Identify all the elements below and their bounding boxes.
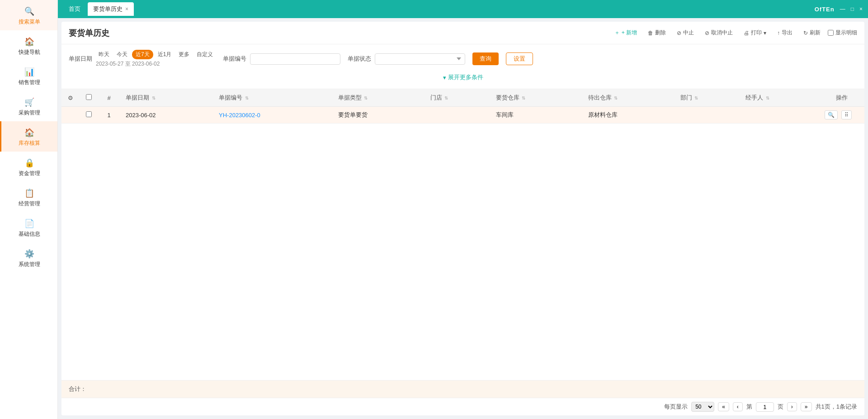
th-bill-type[interactable]: 单据类型 ⇅ (333, 89, 425, 107)
filter-expand-row: ▾ 展开更多条件 (69, 71, 857, 83)
bill-no-input[interactable] (250, 53, 340, 65)
sidebar-item-label: 快捷导航 (19, 48, 40, 56)
add-icon: ＋ (614, 29, 620, 37)
table-settings-icon[interactable]: ⚙ (68, 95, 73, 101)
sidebar-item-sales-mgmt[interactable]: 📊 销售管理 (0, 61, 57, 91)
td-num: 1 (98, 107, 120, 124)
date-btn-7days[interactable]: 近7天 (132, 50, 153, 59)
sidebar-item-search-menu[interactable]: 🔍 搜索菜单 (0, 0, 57, 30)
print-button[interactable]: 🖨 打印 ▾ (740, 27, 770, 38)
td-bill-no: YH-20230602-0 (213, 107, 333, 124)
th-bill-no[interactable]: 单据编号 ⇅ (213, 89, 333, 107)
print-dropdown-icon: ▾ (764, 30, 766, 36)
status-filter: 单据状态 全部 审核中 已审核 已中止 (348, 53, 465, 65)
content-area: 要货单历史 ＋ + 新增 🗑 删除 ⊘ 中止 ⊘ (58, 18, 868, 419)
sidebar-item-label: 库存核算 (19, 139, 40, 147)
th-handler[interactable]: 经手人 ⇅ (740, 89, 819, 107)
quick-nav-icon: 🏠 (24, 37, 34, 47)
add-button[interactable]: ＋ + 新增 (611, 27, 641, 38)
sidebar-item-label: 采购管理 (19, 109, 40, 117)
inventory-icon: 🏠 (24, 128, 34, 138)
sidebar-item-sys-mgmt[interactable]: ⚙️ 系统管理 (0, 243, 57, 273)
suspend-button[interactable]: ⊘ 中止 (673, 27, 698, 38)
th-checkbox (80, 89, 98, 107)
reqwarehouse-sort-icon: ⇅ (522, 95, 525, 100)
display-detail-toggle[interactable]: 显示明细 (828, 29, 857, 37)
sidebar-item-purchase-mgmt[interactable]: 🛒 采购管理 (0, 91, 57, 121)
first-page-btn[interactable]: « (718, 402, 729, 411)
cancel-suspend-button[interactable]: ⊘ 取消中止 (701, 27, 736, 38)
th-req-warehouse[interactable]: 要货仓库 ⇅ (491, 89, 583, 107)
sales-icon: 📊 (24, 67, 34, 77)
sidebar-item-inventory[interactable]: 🏠 库存核算 (0, 121, 57, 152)
date-btn-today[interactable]: 今天 (114, 50, 130, 59)
bill-no-label: 单据编号 (223, 55, 246, 63)
settings-button[interactable]: 设置 (506, 52, 533, 65)
query-button[interactable]: 查询 (472, 52, 499, 65)
minimize-btn[interactable]: — (840, 6, 845, 12)
td-handler (740, 107, 819, 124)
td-req-warehouse: 车间库 (491, 107, 583, 124)
total-label: 合计： (69, 386, 86, 392)
tab-close-icon[interactable]: × (125, 6, 128, 12)
maximize-btn[interactable]: □ (851, 6, 854, 12)
sidebar-item-label: 销售管理 (19, 79, 40, 86)
row-ops: 🔍 ⠿ (825, 110, 859, 119)
delete-button[interactable]: 🗑 删除 (644, 27, 670, 38)
sidebar-item-ops-mgmt[interactable]: 📋 经营管理 (0, 182, 57, 212)
td-date: 2023-06-02 (120, 107, 213, 124)
bill-no-link[interactable]: YH-20230602-0 (219, 112, 260, 119)
toolbar: ＋ + 新增 🗑 删除 ⊘ 中止 ⊘ 取消中止 (611, 27, 857, 38)
sidebar: 🔍 搜索菜单 🏠 快捷导航 📊 销售管理 🛒 采购管理 🏠 库存核算 🔒 资金管… (0, 0, 58, 419)
last-page-btn[interactable]: » (801, 402, 812, 411)
close-btn[interactable]: × (859, 6, 863, 12)
row-checkbox[interactable] (86, 111, 92, 117)
sidebar-item-basic-info[interactable]: 📄 基础信息 (0, 212, 57, 243)
th-pending-warehouse[interactable]: 待出仓库 ⇅ (583, 89, 675, 107)
page-input[interactable] (756, 402, 774, 412)
sidebar-item-quick-nav[interactable]: 🏠 快捷导航 (0, 30, 57, 61)
refresh-button[interactable]: ↻ 刷新 (800, 27, 824, 38)
home-tab[interactable]: 首页 (63, 2, 86, 16)
active-tab[interactable]: 要货单历史 × (88, 2, 134, 16)
select-all-checkbox[interactable] (86, 94, 92, 100)
th-settings: ⚙ (61, 89, 80, 107)
brand-text: OfTEn (815, 6, 835, 13)
date-btn-custom[interactable]: 自定义 (194, 50, 216, 59)
page-container: 要货单历史 ＋ + 新增 🗑 删除 ⊘ 中止 ⊘ (61, 22, 864, 415)
date-btn-more[interactable]: 更多 (176, 50, 192, 59)
expand-icon: ▾ (443, 74, 446, 81)
sidebar-item-label: 基础信息 (19, 230, 40, 238)
prev-page-btn[interactable]: ‹ (733, 402, 743, 411)
export-button[interactable]: ↑ 导出 (774, 27, 796, 38)
status-select[interactable]: 全部 审核中 已审核 已中止 (375, 53, 465, 65)
td-checkbox (80, 107, 98, 124)
billno-sort-icon: ⇅ (245, 95, 249, 100)
pagination: 每页显示 20 50 100 200 « ‹ 第 页 › » 共1页，1条记录 (61, 398, 864, 415)
th-store[interactable]: 门店 ⇅ (425, 89, 491, 107)
display-detail-checkbox[interactable] (828, 30, 834, 36)
th-dept[interactable]: 部门 ⇅ (675, 89, 741, 107)
sidebar-item-finance-mgmt[interactable]: 🔒 资金管理 (0, 152, 57, 182)
total-info: 共1页，1条记录 (816, 403, 857, 411)
topbar-right: OfTEn — □ × (815, 6, 863, 13)
table-footer: 合计： (61, 380, 864, 398)
th-date[interactable]: 单据日期 ⇅ (120, 89, 213, 107)
td-settings (61, 107, 80, 124)
date-sort-icon: ⇅ (152, 95, 156, 100)
per-page-select[interactable]: 20 50 100 200 (691, 402, 714, 412)
row-edit-btn[interactable]: ⠿ (841, 110, 852, 119)
pendingwarehouse-sort-icon: ⇅ (614, 95, 618, 100)
date-btn-yesterday[interactable]: 昨天 (96, 50, 112, 59)
date-filter: 单据日期 昨天 今天 近7天 近1月 更多 自定义 2023-05-27 至 2… (69, 50, 216, 68)
ops-icon: 📋 (24, 188, 34, 198)
dept-sort-icon: ⇅ (694, 95, 698, 100)
next-page-btn[interactable]: › (787, 402, 797, 411)
page-go-label: 第 (746, 403, 752, 411)
refresh-icon: ↻ (803, 30, 808, 36)
td-bill-type: 要货单要货 (333, 107, 425, 124)
row-view-btn[interactable]: 🔍 (825, 110, 838, 119)
date-btn-1month[interactable]: 近1月 (155, 50, 175, 59)
page-label: 页 (778, 403, 783, 411)
expand-more-btn[interactable]: ▾ 展开更多条件 (439, 71, 487, 83)
